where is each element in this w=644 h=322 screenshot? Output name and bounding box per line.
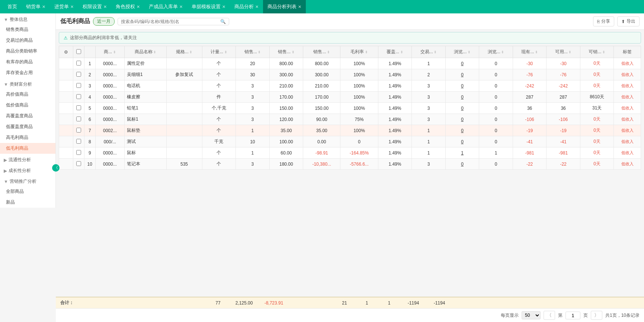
close-icon[interactable]: ✕	[298, 4, 301, 9]
col-unit[interactable]: 计量...	[202, 46, 236, 58]
col-code[interactable]: 商...	[95, 46, 124, 58]
sidebar-item-high-profit[interactable]: 高毛利商品	[0, 132, 55, 143]
cell-checkbox[interactable]	[73, 147, 84, 159]
cell-checkbox[interactable]	[73, 114, 84, 125]
row-checkbox[interactable]	[76, 128, 81, 133]
nav-purchase-order[interactable]: 进货单 ✕	[50, 0, 78, 13]
cell-checkbox[interactable]	[73, 159, 84, 170]
select-all-checkbox[interactable]	[76, 49, 81, 54]
sidebar-item-low-profit[interactable]: 低毛利商品	[0, 143, 55, 154]
cell-checkbox[interactable]	[73, 136, 84, 147]
col-views1[interactable]: 浏览...	[445, 46, 479, 58]
sidebar-group-circulation[interactable]: ▶ 流通性分析	[0, 154, 55, 165]
row-checkbox[interactable]	[76, 105, 81, 110]
col-sales-qty[interactable]: 销售...	[236, 46, 270, 58]
nav-product-analysis[interactable]: 商品分析 ✕	[230, 0, 263, 13]
sidebar-item-new-goods[interactable]: 新品	[0, 197, 55, 208]
close-icon[interactable]: ✕	[179, 4, 183, 9]
row-checkbox[interactable]	[76, 150, 81, 155]
col-name[interactable]: 商品名称	[124, 46, 166, 58]
cell-checkbox[interactable]	[73, 103, 84, 114]
export-button[interactable]: ⬆ 导出	[617, 16, 640, 26]
sidebar-item-traded-goods[interactable]: 交易过的商品	[0, 35, 55, 46]
cell-sellable: 0天	[580, 58, 614, 69]
cell-checkbox[interactable]	[73, 80, 84, 92]
sidebar-collapse-button[interactable]: 《	[52, 164, 60, 172]
sidebar-item-stock-capital[interactable]: 库存资金占用	[0, 67, 55, 78]
nav-template-settings[interactable]: 单据模板设置 ✕	[187, 0, 230, 13]
sidebar-group-wealth[interactable]: ▼ 类财富分析	[0, 78, 55, 89]
sidebar-item-category-sales-rate[interactable]: 商品分类助销率	[0, 46, 55, 57]
cell-views1[interactable]: 1	[445, 147, 479, 159]
search-input[interactable]	[121, 19, 220, 24]
sidebar-item-in-stock-goods[interactable]: 有库存的商品	[0, 57, 55, 67]
col-coverage[interactable]: 覆盖...	[378, 46, 412, 58]
share-button[interactable]: ⎘ 分享	[593, 16, 614, 26]
nav-role-auth[interactable]: 角色授权 ✕	[111, 0, 144, 13]
col-gross-rate[interactable]: 毛利率	[340, 46, 378, 58]
row-checkbox[interactable]	[76, 72, 81, 77]
cell-checkbox[interactable]	[73, 92, 84, 103]
row-checkbox[interactable]	[76, 83, 81, 88]
close-icon[interactable]: ✕	[70, 4, 74, 9]
row-checkbox[interactable]	[76, 161, 81, 166]
col-sales-price[interactable]: 销售...	[269, 46, 303, 58]
cell-views1[interactable]: 0	[445, 136, 479, 147]
row-checkbox[interactable]	[76, 94, 81, 99]
col-current-stock[interactable]: 现有...	[513, 46, 547, 58]
cell-checkbox[interactable]	[73, 69, 84, 80]
col-tag[interactable]: 标签	[614, 46, 641, 58]
page-size-select[interactable]: 50 100 200	[522, 311, 541, 319]
cell-checkbox[interactable]	[73, 58, 84, 69]
nav-home[interactable]: 首页	[3, 0, 22, 13]
nav-sales-order[interactable]: 销货单 ✕	[22, 0, 50, 13]
col-available[interactable]: 可用...	[547, 46, 580, 58]
cell-views1[interactable]: 0	[445, 125, 479, 136]
cell-tag: 低收入	[614, 58, 641, 69]
cell-views1[interactable]: 0	[445, 80, 479, 92]
sidebar-item-all-goods[interactable]: 全部商品	[0, 186, 55, 197]
col-views2[interactable]: 浏览...	[479, 46, 513, 58]
cell-views1[interactable]: 0	[445, 69, 479, 80]
nav-product-inbound[interactable]: 产成品入库单 ✕	[144, 0, 187, 13]
col-sellable[interactable]: 可销...	[580, 46, 614, 58]
close-icon[interactable]: ✕	[103, 4, 107, 9]
prev-page-button[interactable]: 〈	[544, 311, 555, 320]
cell-name: 橡皮擦	[124, 92, 166, 103]
col-checkbox[interactable]	[73, 46, 84, 58]
cell-views1[interactable]: 0	[445, 103, 479, 114]
col-spec[interactable]: 规格...	[166, 46, 202, 58]
cell-tag: 低收入	[614, 159, 641, 170]
close-icon[interactable]: ✕	[42, 4, 45, 9]
sidebar-group-marketing[interactable]: ▼ 营销推广分析	[0, 175, 55, 186]
row-checkbox[interactable]	[76, 139, 81, 144]
close-icon[interactable]: ✕	[222, 4, 225, 9]
nav-product-analysis-list[interactable]: 商品分析列表 ✕	[263, 0, 306, 13]
cell-checkbox[interactable]	[73, 125, 84, 136]
sidebar-group-overall[interactable]: ▼ 整体信息	[0, 13, 55, 24]
export-label: 导出	[627, 18, 635, 25]
cell-views1[interactable]: 0	[445, 58, 479, 69]
sidebar-item-low-coverage[interactable]: 低覆盖度商品	[0, 121, 55, 132]
cell-views1[interactable]: 0	[445, 159, 479, 170]
sidebar-group-growth[interactable]: ▶ 成长性分析	[0, 165, 55, 175]
col-settings[interactable]: ⚙	[59, 46, 73, 58]
sidebar-item-sales-goods[interactable]: 销售类商品	[0, 24, 55, 35]
filter-button[interactable]: 近一月	[93, 17, 115, 26]
search-icon[interactable]: 🔍	[220, 19, 226, 24]
close-icon[interactable]: ✕	[137, 4, 140, 9]
nav-permission[interactable]: 权限设置 ✕	[78, 0, 111, 13]
col-transactions[interactable]: 交易...	[412, 46, 446, 58]
close-icon[interactable]: ✕	[255, 4, 259, 9]
cell-views1[interactable]: 0	[445, 92, 479, 103]
row-checkbox[interactable]	[76, 61, 81, 66]
sidebar-group-circulation-label: 流通性分析	[9, 157, 31, 163]
page-number-input[interactable]	[565, 312, 580, 319]
sidebar-item-high-coverage[interactable]: 高覆盖度商品	[0, 111, 55, 121]
sidebar-item-high-value[interactable]: 高价值商品	[0, 89, 55, 100]
col-sales-profit[interactable]: 销售...	[303, 46, 340, 58]
next-page-button[interactable]: 〉	[591, 311, 602, 320]
row-checkbox[interactable]	[76, 117, 81, 121]
sidebar-item-low-value[interactable]: 低价值商品	[0, 100, 55, 111]
cell-views1[interactable]: 0	[445, 114, 479, 125]
